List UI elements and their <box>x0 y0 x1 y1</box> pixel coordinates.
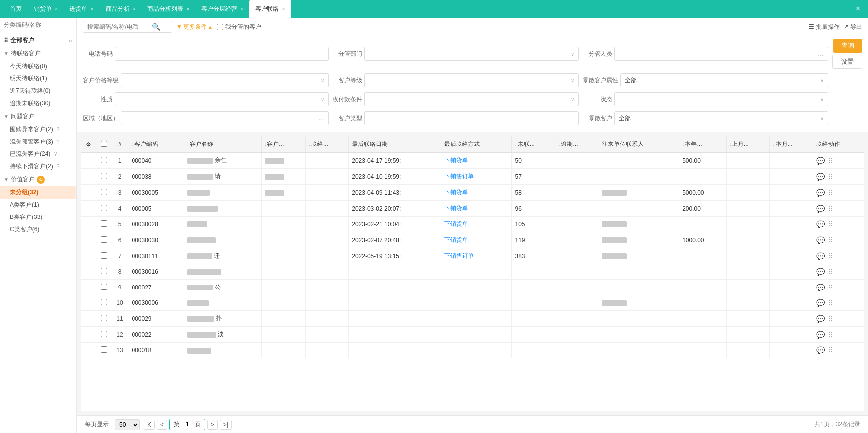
prev-page-btn[interactable]: < <box>157 420 167 430</box>
tab-product-analysis-list[interactable]: 商品分析列表 × <box>141 0 195 18</box>
phone-input[interactable] <box>115 47 329 61</box>
cell-check-6[interactable] <box>97 248 111 264</box>
sidebar-item-class-c[interactable]: C类客户(6) <box>0 223 76 236</box>
last-type-link-6[interactable]: 下销售订单 <box>444 252 474 259</box>
export-btn[interactable]: ↗ 导出 <box>844 23 862 31</box>
status-select[interactable]: ∨ <box>614 92 828 106</box>
tab-product-analysis-list-close[interactable]: × <box>186 6 189 12</box>
last-type-link-2[interactable]: 下销货单 <box>444 189 468 196</box>
nature-select[interactable]: ∨ <box>115 92 329 106</box>
retail-attr-select[interactable]: 全部∨ <box>620 73 828 87</box>
chat-icon-2[interactable]: 💬 <box>816 189 825 197</box>
th-code[interactable]: :客户编码 <box>129 136 184 153</box>
sidebar-item-churn-warning[interactable]: 流失预警客户(3) ? <box>0 136 76 148</box>
sidebar-item-class-a[interactable]: A类客户(1) <box>0 199 76 211</box>
th-type[interactable]: :客户... <box>261 136 305 153</box>
cell-check-3[interactable] <box>97 201 111 216</box>
menu-icon-9[interactable]: ⠿ <box>828 299 833 307</box>
refresh-badge[interactable]: ↻ <box>37 176 45 184</box>
next-page-btn[interactable]: > <box>207 420 218 430</box>
group-pending-contact[interactable]: ▼ 待联络客户 <box>0 47 76 60</box>
sidebar-item-class-b[interactable]: B类客户(33) <box>0 211 76 223</box>
sidebar-item-unassigned[interactable]: 未分组(32) <box>0 186 76 199</box>
chat-icon-10[interactable]: 💬 <box>816 315 825 323</box>
menu-icon-7[interactable]: ⠿ <box>828 268 833 276</box>
dept-select[interactable]: ∨ <box>364 47 578 61</box>
th-company-contact[interactable]: 往来单位联系人 <box>599 136 679 153</box>
cell-check-9[interactable] <box>97 295 111 311</box>
my-customers-checkbox-label[interactable]: 我分管的客户 <box>217 23 261 31</box>
chat-icon-11[interactable]: 💬 <box>816 331 825 339</box>
select-all-checkbox[interactable] <box>101 141 107 147</box>
query-button[interactable]: 查询 <box>833 39 862 53</box>
cell-check-2[interactable] <box>97 185 111 201</box>
row-checkbox-6[interactable] <box>101 252 107 259</box>
row-checkbox-1[interactable] <box>101 173 107 179</box>
sidebar-item-tomorrow-pending[interactable]: 明天待联络(1) <box>0 72 76 85</box>
row-checkbox-10[interactable] <box>101 315 107 321</box>
row-checkbox-0[interactable] <box>101 157 107 163</box>
tab-product-analysis-close[interactable]: × <box>133 6 135 12</box>
last-page-btn[interactable]: >| <box>220 420 232 430</box>
sidebar-search-input[interactable] <box>4 21 77 28</box>
row-checkbox-2[interactable] <box>101 189 107 195</box>
reset-button[interactable]: 设置 <box>832 55 862 69</box>
cell-check-4[interactable] <box>97 216 111 232</box>
sidebar-item-week-pending[interactable]: 近7天待联络(0) <box>0 85 76 97</box>
last-type-link-5[interactable]: 下销货单 <box>444 236 468 243</box>
current-page[interactable]: 第 页 <box>169 419 205 430</box>
cell-check-11[interactable] <box>97 327 111 343</box>
payment-select[interactable]: ∨ <box>364 92 578 106</box>
row-checkbox-11[interactable] <box>101 331 107 337</box>
main-search-icon[interactable]: 🔍 <box>152 23 160 31</box>
menu-icon-4[interactable]: ⠿ <box>828 220 833 228</box>
cell-check-0[interactable] <box>97 153 111 169</box>
th-this-year[interactable]: :本年... <box>679 136 726 153</box>
cell-check-5[interactable] <box>97 232 111 248</box>
menu-icon-12[interactable]: ⠿ <box>828 346 833 354</box>
chat-icon-7[interactable]: 💬 <box>816 268 825 276</box>
th-overdue[interactable]: :逾期... <box>555 136 599 153</box>
sidebar-item-hoarding-abnormal[interactable]: 囤购异常客户(2) ? <box>0 123 76 136</box>
th-name[interactable]: :客户名称 <box>184 136 261 153</box>
menu-icon-3[interactable]: ⠿ <box>828 205 833 213</box>
last-type-link-4[interactable]: 下销货单 <box>444 220 468 227</box>
my-customers-checkbox[interactable] <box>217 24 223 30</box>
menu-icon-6[interactable]: ⠿ <box>828 252 833 260</box>
menu-icon-2[interactable]: ⠿ <box>828 189 833 197</box>
menu-icon-10[interactable]: ⠿ <box>828 315 833 323</box>
sidebar-item-churned[interactable]: 已流失客户(24) ? <box>0 148 76 160</box>
row-checkbox-9[interactable] <box>101 299 107 305</box>
row-checkbox-7[interactable] <box>101 268 107 274</box>
page-input[interactable] <box>181 421 193 428</box>
tab-sales-close[interactable]: × <box>55 6 58 12</box>
tab-product-analysis[interactable]: 商品分析 × <box>100 0 141 18</box>
sidebar-item-today-pending[interactable]: 今天待联络(0) <box>0 60 76 72</box>
cell-check-1[interactable] <box>97 169 111 185</box>
page-size-select[interactable]: 50 100 <box>115 419 140 430</box>
price-level-select[interactable]: ∨ <box>121 73 329 87</box>
th-last-contact-type[interactable]: 最后联络方式 <box>441 136 512 153</box>
cell-check-8[interactable] <box>97 280 111 295</box>
th-last-contact-date[interactable]: 最后联络日期 <box>349 136 441 153</box>
chat-icon-4[interactable]: 💬 <box>816 220 825 228</box>
row-checkbox-5[interactable] <box>101 236 107 243</box>
menu-icon-1[interactable]: ⠿ <box>828 173 833 181</box>
more-conditions-btn[interactable]: ▼ 更多条件 ▲ <box>176 23 213 31</box>
chat-icon-12[interactable]: 💬 <box>816 346 825 354</box>
customer-level-select[interactable]: ∨ <box>364 73 578 87</box>
chat-icon-0[interactable]: 💬 <box>816 157 825 165</box>
chat-icon-8[interactable]: 💬 <box>816 284 825 291</box>
cell-check-10[interactable] <box>97 311 111 327</box>
collapse-icon[interactable]: « <box>69 37 72 44</box>
last-type-link-1[interactable]: 下销售订单 <box>444 173 474 180</box>
menu-icon-0[interactable]: ⠿ <box>828 157 833 165</box>
first-page-btn[interactable]: K <box>144 420 155 430</box>
cell-check-7[interactable] <box>97 264 111 280</box>
cell-check-12[interactable] <box>97 343 111 358</box>
tab-home[interactable]: 首页 <box>4 0 28 18</box>
tab-customer-contact[interactable]: 客户联络 × <box>249 0 291 18</box>
th-contact[interactable]: :联络... <box>305 136 349 153</box>
menu-icon-11[interactable]: ⠿ <box>828 331 833 339</box>
chat-icon-9[interactable]: 💬 <box>816 299 825 307</box>
